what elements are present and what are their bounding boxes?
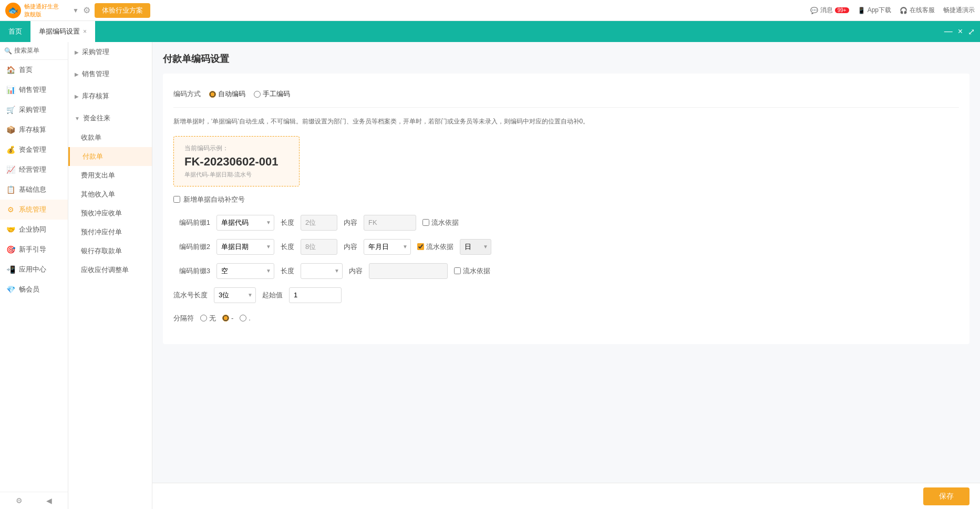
service-icon: 🎧 (900, 7, 907, 14)
tab-encoding-settings[interactable]: 单据编码设置 × (30, 21, 95, 42)
prefix2-day-wrapper: 日 月 ▼ (460, 239, 491, 255)
message-badge: 99+ (835, 7, 849, 13)
guide-icon: 🎯 (6, 245, 15, 254)
prefix2-row: 编码前缀2 单据日期 部门 业务员 仓库 空 ▼ 长度 (173, 239, 959, 255)
sep-none-radio[interactable] (200, 315, 207, 321)
window-minimize-btn[interactable]: — (944, 27, 953, 37)
manual-encode-radio[interactable] (254, 91, 261, 98)
notice-text: 新增单据时，'单据编码'自动生成，不可编辑。前缀设置为部门、业务员等档案类，开单… (173, 116, 959, 128)
sidebar-item-guide[interactable]: 🎯 新手引导 (0, 240, 68, 259)
prefix3-serial-check[interactable]: 流水依据 (454, 266, 490, 276)
auto-encode-option[interactable]: 自动编码 (209, 89, 245, 99)
serial-row: 流水号长度 3位 4位 5位 6位 ▼ 起始值 (173, 287, 959, 303)
sep-dot-option[interactable]: . (240, 314, 251, 322)
prefix1-length-wrapper (301, 215, 337, 231)
sidebar-item-sales[interactable]: 📊 销售管理 (0, 80, 68, 100)
sep-dash-radio[interactable] (222, 315, 229, 321)
topbar-caret-btn[interactable]: ▼ (73, 7, 79, 14)
topbar-settings-btn[interactable]: ⚙ (83, 5, 90, 15)
sidebar-search[interactable]: 🔍 搜索菜单 (0, 42, 68, 60)
sidebar-item-enterprise[interactable]: 🤝 企业协同 (0, 220, 68, 240)
sec-group-stock-title[interactable]: ▶ 库存核算 (68, 86, 152, 106)
sec-item-adjustment[interactable]: 应收应付调整单 (68, 261, 152, 279)
purchase-icon: 🛒 (6, 106, 15, 114)
prefix2-serial-check[interactable]: 流水依据 (417, 242, 453, 252)
auto-encode-radio[interactable] (209, 91, 216, 98)
sec-group-capital-title[interactable]: ▼ 资金往来 (68, 108, 152, 128)
basic-icon: 📋 (6, 185, 15, 194)
message-icon: 💬 (810, 7, 818, 14)
prefix3-length-select[interactable] (301, 263, 343, 279)
sidebar-item-inventory[interactable]: 📦 库存核算 (0, 120, 68, 140)
sec-group-sales-title[interactable]: ▶ 销售管理 (68, 64, 152, 84)
tab-close-icon[interactable]: × (83, 28, 87, 35)
sidebar-item-apps[interactable]: 📲 应用中心 (0, 259, 68, 279)
prefix1-serial-check[interactable]: 流水依据 (422, 218, 459, 227)
prefix1-type-select[interactable]: 单据代码 部门 业务员 仓库 空 (216, 215, 274, 231)
serial-start-label: 起始值 (262, 290, 283, 300)
page-title: 付款单编码设置 (163, 53, 969, 65)
sec-item-receipt[interactable]: 收款单 (68, 128, 152, 147)
solution-button[interactable]: 体验行业方案 (95, 3, 150, 18)
sep-none-option[interactable]: 无 (200, 314, 216, 323)
online-service-btn[interactable]: 🎧 在线客服 (900, 6, 935, 15)
prefix2-content-select[interactable]: 年月日 年月 年 (364, 239, 411, 255)
separator-row: 分隔符 无 - . (173, 314, 959, 323)
auto-fill-checkbox[interactable] (173, 196, 180, 203)
sep-dot-radio[interactable] (240, 315, 246, 321)
sidebar-item-member[interactable]: 💎 畅会员 (0, 279, 68, 299)
sec-item-payment[interactable]: 付款单 (68, 147, 152, 166)
sec-group-purchase-title[interactable]: ▶ 采购管理 (68, 42, 152, 62)
sec-item-advance-receivable[interactable]: 预收冲应收单 (68, 204, 152, 223)
message-btn[interactable]: 💬 消息 99+ (810, 6, 849, 15)
operation-icon: 📈 (6, 165, 15, 174)
sidebar-settings-btn[interactable]: ⚙ (16, 496, 23, 505)
serial-start-input[interactable] (289, 287, 342, 303)
prefix1-select-wrapper: 单据代码 部门 业务员 仓库 空 ▼ (216, 215, 274, 231)
example-box: 当前编码示例： FK-20230602-001 单据代码-单据日期-流水号 (173, 136, 300, 186)
prefix2-serial-checkbox[interactable] (417, 243, 424, 250)
serial-length-label: 流水号长度 (173, 290, 208, 300)
prefix2-content-wrapper: 年月日 年月 年 ▼ (364, 239, 411, 255)
app-download-btn[interactable]: 📱 App下载 (858, 6, 891, 15)
prefix2-label: 编码前缀2 (173, 242, 210, 252)
tab-home[interactable]: 首页 (0, 21, 30, 42)
sidebar-item-operation[interactable]: 📈 经营管理 (0, 160, 68, 180)
sec-item-bank-deposit[interactable]: 银行存取款单 (68, 242, 152, 261)
app-icon: 📱 (858, 7, 865, 14)
window-close-btn[interactable]: × (958, 27, 963, 37)
secondary-sidebar: ▶ 采购管理 ▶ 销售管理 ▶ 库存核算 ▼ 资金往来 收款单 (68, 42, 152, 509)
sidebar-bottom: ⚙ ◀ (0, 492, 68, 509)
main-area: 付款单编码设置 编码方式 自动编码 手工编码 新增单据时，'单据编码'自动生成，… (152, 42, 980, 509)
prefix3-type-select[interactable]: 空 单据代码 部门 业务员 仓库 (216, 263, 274, 279)
serial-length-select[interactable]: 3位 4位 5位 6位 (214, 287, 256, 303)
bottom-bar: 保存 (152, 483, 980, 509)
topbar-left: 🐟 畅捷通好生意 旗舰版 ▼ ⚙ 体验行业方案 (5, 3, 150, 18)
sec-item-expense[interactable]: 费用支出单 (68, 166, 152, 185)
home-icon: 🏠 (6, 66, 15, 74)
window-maximize-btn[interactable]: ⤢ (968, 27, 975, 37)
prefix1-label: 编码前缀1 (173, 218, 210, 227)
sec-item-other-income[interactable]: 其他收入单 (68, 185, 152, 204)
sidebar-collapse-btn[interactable]: ◀ (46, 496, 52, 505)
sidebar-item-purchase[interactable]: 🛒 采购管理 (0, 100, 68, 120)
manual-encode-option[interactable]: 手工编码 (254, 89, 290, 99)
prefix1-serial-checkbox[interactable] (422, 219, 429, 226)
enterprise-icon: 🤝 (6, 225, 15, 234)
content-card: 编码方式 自动编码 手工编码 新增单据时，'单据编码'自动生成，不可编辑。前缀设… (163, 74, 969, 344)
tabbar: 首页 单据编码设置 × — × ⤢ (0, 21, 980, 42)
prefix3-content-input[interactable] (369, 263, 448, 279)
example-desc: 单据代码-单据日期-流水号 (184, 171, 288, 179)
prefix2-type-select[interactable]: 单据日期 部门 业务员 仓库 空 (216, 239, 274, 255)
sidebar-item-home[interactable]: 🏠 首页 (0, 60, 68, 80)
stock-arrow-icon: ▶ (75, 94, 79, 99)
prefix2-day-select[interactable]: 日 月 (460, 239, 491, 255)
sep-dash-option[interactable]: - (222, 314, 233, 322)
prefix3-serial-checkbox[interactable] (454, 267, 461, 274)
sidebar-item-basic[interactable]: 📋 基础信息 (0, 180, 68, 200)
sidebar-item-system[interactable]: ⚙ 系统管理 (0, 200, 68, 220)
sidebar-item-finance[interactable]: 💰 资金管理 (0, 140, 68, 160)
separator-label: 分隔符 (173, 314, 194, 323)
sec-item-advance-payment[interactable]: 预付冲应付单 (68, 223, 152, 242)
save-button[interactable]: 保存 (923, 487, 969, 505)
